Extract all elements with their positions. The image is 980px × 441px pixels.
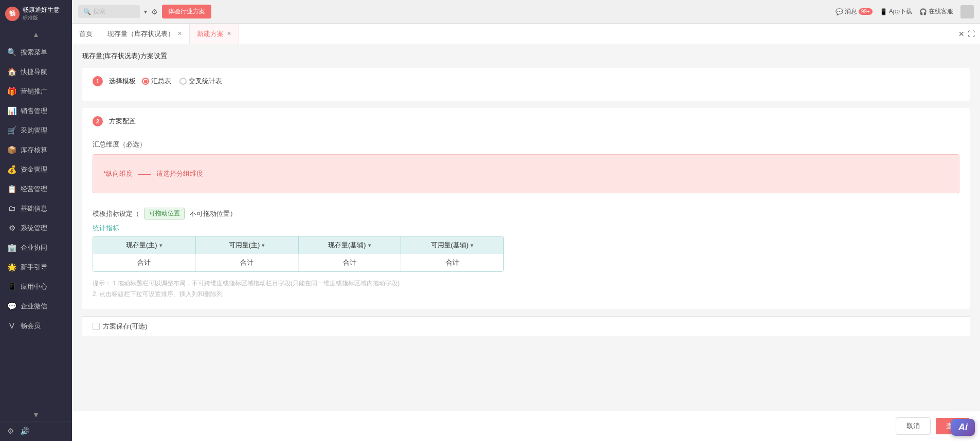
stats-cell-0-2: 合计	[299, 254, 402, 271]
sidebar-nav: 🔍搜索菜单🏠快捷导航🎁营销推广📊销售管理🛒采购管理📦库存核算💰资金管理📋经营管理…	[0, 41, 72, 409]
sidebar-label-finance: 资金管理	[21, 165, 47, 174]
stats-table-header: 现存量(主) ▾ 可用量(主) ▾ 现存量(基辅) ▾ 可用量(基辅) ▾	[93, 236, 503, 254]
stats-col-h1[interactable]: 现存量(主) ▾	[93, 236, 196, 254]
stats-table: 现存量(主) ▾ 可用量(主) ▾ 现存量(基辅) ▾ 可用量(基辅) ▾ 合计…	[93, 236, 504, 272]
sidebar-label-new-guide: 新手引导	[21, 263, 47, 272]
audio-icon[interactable]: 🔊	[20, 427, 30, 436]
sidebar: 畅 畅康通好生意 标准版 ▲ 🔍搜索菜单🏠快捷导航🎁营销推广📊销售管理🛒采购管理…	[0, 0, 72, 441]
stats-col-label-h1: 现存量(主)	[126, 241, 157, 250]
radio-dot-summary	[142, 78, 149, 85]
tab-new-plan[interactable]: 新建方案✕	[190, 24, 239, 44]
col-chevron-h3[interactable]: ▾	[368, 242, 371, 249]
tab-close-new-plan[interactable]: ✕	[227, 30, 231, 37]
sidebar-label-quick-nav: 快捷导航	[21, 67, 47, 77]
topbar-search[interactable]: 🔍 搜索	[78, 5, 140, 18]
app-download-item[interactable]: 📱 App下载	[880, 7, 912, 16]
checkbox-box[interactable]	[93, 323, 100, 330]
tab-label-inventory-status: 现存量（库存状况表）	[107, 29, 174, 39]
tab-label-new-plan: 新建方案	[197, 29, 224, 39]
col-chevron-h1[interactable]: ▾	[159, 242, 162, 249]
stats-col-label-h4: 可用量(基辅)	[431, 241, 469, 250]
phone-icon: 📱	[880, 8, 887, 15]
stats-cell-0-1: 合计	[196, 254, 299, 271]
step1-row: 1 选择模板 汇总表 交叉统计表	[93, 76, 959, 86]
sidebar-item-system-mgmt[interactable]: ⚙系统管理	[0, 218, 72, 238]
sidebar-logo: 畅 畅康通好生意 标准版	[0, 0, 72, 28]
sidebar-icon-sales-mgmt: 📊	[7, 106, 16, 116]
tab-home[interactable]: 首页	[72, 24, 100, 44]
sidebar-item-basic-info[interactable]: 🗂基础信息	[0, 199, 72, 218]
template-radio-group: 汇总表 交叉统计表	[142, 77, 222, 86]
sidebar-item-inventory[interactable]: 📦库存核算	[0, 140, 72, 160]
sidebar-label-basic-info: 基础信息	[21, 204, 47, 213]
sidebar-label-search-menu: 搜索菜单	[21, 48, 47, 57]
stats-col-label-h2: 可用量(主)	[229, 241, 260, 250]
tab-expand-icon[interactable]: ⛶	[968, 30, 975, 38]
tab-close-icon[interactable]: ✕	[958, 30, 965, 38]
settings-icon[interactable]: ⚙	[7, 427, 14, 436]
sidebar-item-new-guide[interactable]: 🌟新手引导	[0, 258, 72, 277]
step1-section: 1 选择模板 汇总表 交叉统计表	[82, 68, 970, 101]
cancel-button[interactable]: 取消	[896, 417, 931, 435]
message-icon: 💬	[836, 8, 843, 15]
save-option-checkbox[interactable]: 方案保存(可选)	[93, 322, 148, 331]
trial-btn[interactable]: 体验行业方案	[162, 5, 211, 19]
col-chevron-h4[interactable]: ▾	[470, 242, 474, 249]
radio-crosstab[interactable]: 交叉统计表	[179, 77, 222, 86]
tab-close-inventory-status[interactable]: ✕	[177, 30, 182, 37]
tip1: 提示： 1.拖动标题栏可以调整布局，不可跨维度或指标区域拖动栏目字段(只能在同一…	[93, 279, 959, 288]
sidebar-item-app-center[interactable]: 📱应用中心	[0, 277, 72, 297]
content-area: 现存量(库存状况表)方案设置 1 选择模板 汇总表 交叉统计表 2 方案配置 汇…	[72, 44, 980, 411]
col-chevron-h2[interactable]: ▾	[262, 242, 265, 249]
stats-col-h4[interactable]: 可用量(基辅) ▾	[401, 236, 503, 254]
stats-col-h3[interactable]: 现存量(基辅) ▾	[299, 236, 402, 254]
sidebar-scroll-up[interactable]: ▲	[0, 28, 72, 41]
stats-col-label-h3: 现存量(基辅)	[328, 241, 366, 250]
sidebar-icon-enterprise: 🏢	[7, 243, 16, 252]
logo-icon: 畅	[5, 7, 20, 21]
dimension-box[interactable]: *纵向维度 —— 请选择分组维度	[93, 154, 959, 193]
sidebar-scroll-down[interactable]: ▼	[0, 409, 72, 421]
step2-section: 2 方案配置 汇总维度（必选） *纵向维度 —— 请选择分组维度 模板指标设定（…	[82, 108, 970, 309]
sidebar-icon-wechat: 💬	[7, 302, 16, 311]
sidebar-item-sales-mgmt[interactable]: 📊销售管理	[0, 101, 72, 121]
footer-bar: 方案保存(可选)	[82, 316, 970, 336]
sidebar-icon-purchase-mgmt: 🛒	[7, 126, 16, 135]
sidebar-item-finance[interactable]: 💰资金管理	[0, 160, 72, 179]
sidebar-item-operations[interactable]: 📋经营管理	[0, 179, 72, 199]
sidebar-icon-app-center: 📱	[7, 282, 16, 291]
config-section: 汇总维度（必选） *纵向维度 —— 请选择分组维度	[93, 133, 959, 200]
sidebar-item-enterprise[interactable]: 🏢企业协同	[0, 238, 72, 258]
sidebar-item-vip[interactable]: V畅会员	[0, 316, 72, 336]
sidebar-item-purchase-mgmt[interactable]: 🛒采购管理	[0, 121, 72, 140]
radio-summary[interactable]: 汇总表	[142, 77, 171, 86]
messages-item[interactable]: 💬 消息 99+	[836, 7, 873, 16]
sidebar-icon-system-mgmt: ⚙	[7, 224, 16, 233]
action-bar: 取消 查询	[72, 411, 980, 441]
step1-badge: 1	[93, 76, 103, 86]
topbar-gear-icon[interactable]: ⚙	[151, 8, 158, 16]
topbar-dropdown-icon[interactable]: ▾	[144, 8, 147, 15]
dim-required-label: *纵向维度	[103, 169, 133, 178]
user-avatar[interactable]	[960, 5, 974, 19]
tab-inventory-status[interactable]: 现存量（库存状况表）✕	[100, 24, 190, 44]
stats-title: 统计指标	[93, 224, 959, 233]
sidebar-icon-inventory: 📦	[7, 145, 16, 155]
sidebar-item-marketing[interactable]: 🎁营销推广	[0, 82, 72, 101]
step2-label: 方案配置	[109, 117, 136, 126]
topbar: 🔍 搜索 ▾ ⚙ 体验行业方案 💬 消息 99+ 📱 App下载 🎧 在线客服	[72, 0, 980, 24]
sidebar-icon-operations: 📋	[7, 185, 16, 194]
messages-badge: 99+	[859, 8, 873, 15]
ai-badge[interactable]: Ai	[951, 419, 975, 436]
sidebar-item-wechat[interactable]: 💬企业微信	[0, 297, 72, 316]
sidebar-label-system-mgmt: 系统管理	[21, 224, 47, 233]
sidebar-item-search-menu[interactable]: 🔍搜索菜单	[0, 43, 72, 62]
stats-table-body: 合计合计合计合计	[93, 254, 503, 271]
sidebar-icon-vip: V	[7, 321, 16, 330]
sidebar-item-quick-nav[interactable]: 🏠快捷导航	[0, 62, 72, 82]
stats-col-h2[interactable]: 可用量(主) ▾	[196, 236, 299, 254]
online-service-item[interactable]: 🎧 在线客服	[919, 7, 953, 16]
sidebar-label-purchase-mgmt: 采购管理	[21, 126, 47, 135]
stats-cell-0-0: 合计	[93, 254, 196, 271]
step2-row: 2 方案配置	[93, 116, 959, 126]
